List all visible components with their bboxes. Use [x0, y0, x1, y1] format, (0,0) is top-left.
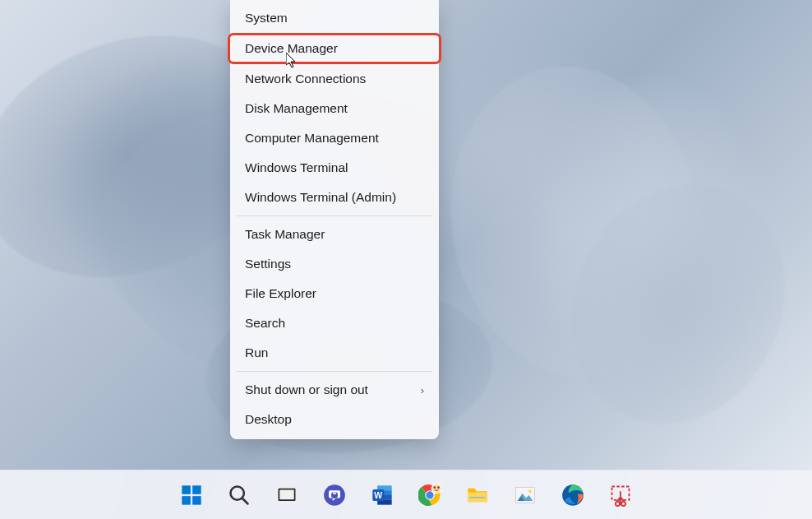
chat-button[interactable]	[318, 479, 351, 512]
menu-item-windows-terminal[interactable]: Windows Terminal	[230, 153, 439, 183]
menu-item-windows-terminal-admin[interactable]: Windows Terminal (Admin)	[230, 183, 439, 212]
start-context-menu: SystemDevice ManagerNetwork ConnectionsD…	[230, 0, 439, 439]
menu-item-label: Windows Terminal (Admin)	[245, 190, 396, 205]
svg-point-34	[616, 501, 620, 505]
svg-rect-7	[279, 489, 294, 499]
start-button[interactable]	[175, 479, 208, 512]
menu-item-shut-down-or-sign-out[interactable]: Shut down or sign out›	[230, 375, 439, 405]
menu-item-network-connections[interactable]: Network Connections	[230, 64, 439, 94]
menu-item-search[interactable]: Search	[230, 308, 439, 338]
word-button[interactable]: W	[366, 479, 399, 512]
file-explorer-button[interactable]	[461, 479, 494, 512]
svg-point-22	[431, 484, 441, 494]
menu-item-disk-management[interactable]: Disk Management	[230, 94, 439, 123]
menu-item-label: Run	[245, 345, 268, 360]
svg-text:W: W	[374, 490, 382, 500]
taskbar: W	[0, 470, 812, 519]
menu-item-label: Desktop	[245, 412, 292, 427]
menu-item-label: Task Manager	[245, 227, 325, 242]
menu-item-computer-management[interactable]: Computer Management	[230, 123, 439, 153]
svg-point-23	[433, 486, 436, 489]
menu-item-desktop[interactable]: Desktop	[230, 405, 439, 434]
search-button[interactable]	[223, 479, 256, 512]
menu-item-settings[interactable]: Settings	[230, 249, 439, 279]
chevron-right-icon: ›	[421, 384, 424, 396]
edge-button[interactable]	[556, 479, 589, 512]
menu-item-label: Computer Management	[245, 131, 379, 146]
svg-point-30	[528, 489, 532, 493]
task-view-button[interactable]	[270, 479, 303, 512]
menu-item-label: Settings	[245, 257, 291, 271]
snipping-tool-button[interactable]	[604, 479, 637, 512]
svg-rect-3	[192, 496, 201, 505]
menu-item-label: System	[245, 11, 288, 25]
svg-point-35	[621, 501, 625, 505]
menu-item-label: File Explorer	[245, 286, 316, 301]
menu-item-system[interactable]: System	[230, 3, 439, 33]
menu-item-file-explorer[interactable]: File Explorer	[230, 279, 439, 308]
menu-item-label: Shut down or sign out	[245, 382, 368, 397]
svg-rect-1	[192, 485, 201, 494]
chrome-button[interactable]	[413, 479, 446, 512]
svg-rect-11	[333, 492, 336, 494]
svg-point-24	[437, 486, 440, 489]
svg-rect-2	[182, 496, 191, 505]
svg-rect-0	[182, 485, 191, 494]
menu-item-label: Disk Management	[245, 101, 348, 116]
photos-button[interactable]	[509, 479, 542, 512]
menu-item-label: Network Connections	[245, 72, 366, 86]
svg-line-5	[242, 498, 248, 503]
svg-point-21	[426, 491, 433, 498]
menu-item-label: Search	[245, 316, 285, 331]
menu-item-run[interactable]: Run	[230, 338, 439, 368]
menu-item-device-manager[interactable]: Device Manager	[228, 33, 441, 64]
menu-item-task-manager[interactable]: Task Manager	[230, 220, 439, 249]
menu-separator	[237, 371, 432, 372]
menu-item-label: Windows Terminal	[245, 160, 348, 175]
menu-item-label: Device Manager	[245, 41, 338, 56]
svg-rect-26	[470, 497, 486, 498]
menu-separator	[237, 215, 432, 216]
